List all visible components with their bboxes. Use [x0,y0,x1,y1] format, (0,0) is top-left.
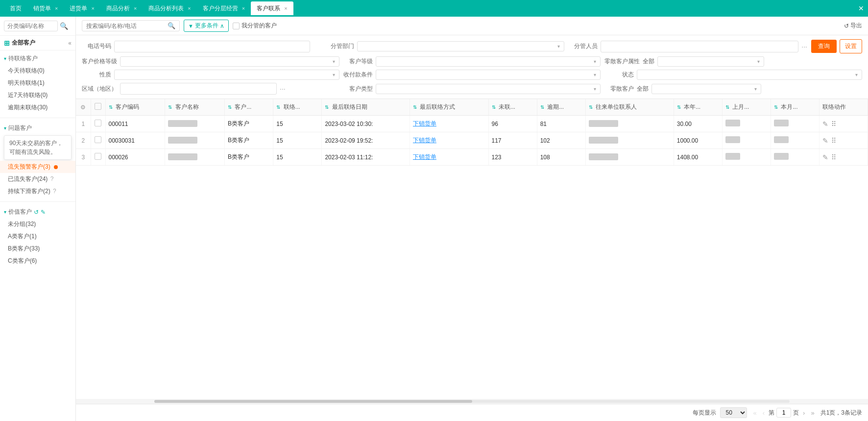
dots-icon-2[interactable]: ··· [280,85,286,93]
filter-region-input[interactable] [120,83,277,95]
refresh-icon[interactable]: ↺ [34,209,39,216]
filter-person-input[interactable] [601,41,799,52]
row-last-way-3[interactable]: 下销货单 [410,149,488,166]
filter-dept-select[interactable]: ▾ [357,41,564,51]
sidebar-item-a-class[interactable]: A类客户(1) [0,230,75,243]
contact-icon-3[interactable]: ✎ [822,153,828,161]
export-btn[interactable]: ↺ 导出 [844,22,862,30]
th-contact-num[interactable]: ⇅ 联络... [273,99,322,116]
tab-sales[interactable]: 销货单 × [27,1,64,15]
tab-goods-analysis[interactable]: 商品分析 × [100,1,143,15]
tab-customer-contact[interactable]: 客户联系 × [251,1,293,15]
sidebar-group-value-header[interactable]: ▾ 价值客户 ↺ ✎ [0,206,75,218]
th-last-month[interactable]: ⇅ 上月... [722,99,771,116]
next-page-btn[interactable]: › [801,408,807,418]
th-current-year[interactable]: ⇅ 本年... [674,99,722,116]
row-checkbox-2[interactable] [91,132,105,149]
th-checkbox[interactable] [91,99,105,116]
th-overdue[interactable]: ⇅ 逾期... [537,99,585,116]
row-checkbox-1[interactable] [91,116,105,132]
sidebar-search-input[interactable] [4,21,58,31]
filter-zero-customer-select[interactable]: ▾ [651,84,761,94]
page-number-input[interactable] [776,408,791,418]
th-type[interactable]: ⇅ 客户... [225,99,273,116]
th-code[interactable]: ⇅ 客户编码 [105,99,165,116]
page-nav: « ‹ 第 页 › » [751,408,816,418]
query-button[interactable]: 查询 [811,40,837,53]
filter-customer-level-select[interactable]: ▾ [376,56,601,67]
filter-price-level-select[interactable]: ▾ [120,56,339,67]
more-icon-2[interactable]: ⠿ [831,137,836,145]
th-unit-contact[interactable]: ⇅ 往来单位联系人 [585,99,674,116]
more-icon[interactable]: ⠿ [831,120,836,128]
edit-icon[interactable]: ✎ [41,209,46,216]
sidebar-item-today-contact-label: 今天待联络(0) [8,67,45,74]
scrollbar-thumb[interactable] [154,400,472,403]
sidebar-item-declining[interactable]: 持续下滑客户(2) ? [0,185,75,198]
tab-purchase[interactable]: 进货单 × [64,1,100,15]
filter-status-select[interactable]: ▾ [637,70,862,80]
th-name[interactable]: ⇅ 客户名称 [165,99,225,116]
sidebar-collapse-btn[interactable]: « [68,40,72,47]
th-current-month[interactable]: ⇅ 本月... [771,99,820,116]
tab-customer-tier-label: 客户分层经营 [203,4,238,13]
more-filter-btn[interactable]: ▼ 更多条件 ∧ [184,20,229,32]
sidebar-group-problem-header[interactable]: ▾ 问题客户 [0,122,75,134]
tab-customer-tier[interactable]: 客户分层经营 × [197,1,251,15]
close-icon[interactable]: × [91,5,94,11]
filter-payment-select[interactable]: ▾ [376,70,601,80]
filter-label: 更多条件 [195,22,218,30]
close-icon[interactable]: × [55,5,58,11]
row-name-3: 客户名称 [165,149,225,166]
contact-icon-2[interactable]: ✎ [822,137,828,145]
filter-zero-attr-select[interactable]: ▾ [657,56,764,67]
sidebar-item-c-class[interactable]: C类客户(6) [0,255,75,267]
close-icon[interactable]: × [188,5,191,11]
settings-button[interactable]: 设置 [840,39,862,53]
row-checkbox-3[interactable] [91,149,105,166]
th-uncontacted[interactable]: ⇅ 未联... [488,99,537,116]
more-icon-3[interactable]: ⠿ [831,153,836,161]
table-header-row: ⚙ ⇅ 客户编码 ⇅ 客户名称 [76,99,868,116]
filter-gender-select[interactable]: ▾ [114,70,339,80]
close-icon[interactable]: × [134,5,137,11]
toolbar-search-icon[interactable]: 🔍 [168,22,175,29]
sidebar-item-b-class[interactable]: B类客户(33) [0,243,75,255]
sidebar-item-today-contact[interactable]: 今天待联络(0) [0,65,75,77]
sidebar-group-pending-header[interactable]: ▾ 待联络客户 [0,52,75,65]
sidebar-item-overdue-contact[interactable]: 逾期未联络(30) [0,101,75,114]
row-last-way-1[interactable]: 下销货单 [410,116,488,132]
row-code-3: 000026 [105,149,165,166]
per-page-select[interactable]: 50 100 200 [720,407,747,418]
close-icon[interactable]: × [242,5,245,11]
sort-icon: ⇅ [589,104,593,110]
tab-goods-list-label: 商品分析列表 [148,4,184,13]
th-last-date[interactable]: ⇅ 最后联络日期 [322,99,410,116]
contact-icon[interactable]: ✎ [822,120,828,128]
sidebar-item-churn-warning[interactable]: 流失预警客户(3) [0,161,75,173]
sidebar-item-churned[interactable]: 已流失客户(24) ? [0,173,75,185]
tab-goods-list[interactable]: 商品分析列表 × [143,1,196,15]
row-num-3: 3 [76,149,91,166]
my-customers-checkbox[interactable]: 我分管的客户 [233,22,277,30]
sidebar-item-week-contact[interactable]: 近7天待联络(0) [0,89,75,101]
first-page-btn[interactable]: « [751,408,758,418]
filter-customer-type-select[interactable]: ▾ [376,84,601,94]
horizontal-scrollbar[interactable] [76,399,868,404]
close-icon[interactable]: × [284,5,287,11]
sort-icon: ⇅ [774,104,778,110]
sidebar-item-tomorrow-contact[interactable]: 明天待联络(1) [0,77,75,89]
th-last-way[interactable]: ⇅ 最后联络方式 [410,99,488,116]
tab-home[interactable]: 首页 [4,1,27,15]
settings-icon-btn[interactable]: ⚙ [80,104,86,111]
dots-icon[interactable]: ··· [801,43,807,50]
window-close-btn[interactable]: ✕ [858,4,864,12]
prev-page-btn[interactable]: ‹ [761,408,767,418]
last-page-btn[interactable]: » [809,408,816,418]
th-type-label: 客户... [235,103,251,110]
row-last-way-2[interactable]: 下销货单 [410,132,488,149]
toolbar-search-input[interactable] [86,23,168,29]
sidebar-search-icon[interactable]: 🔍 [60,22,68,30]
filter-phone-input[interactable] [114,41,310,52]
sidebar-item-ungrouped[interactable]: 未分组(32) [0,218,75,230]
